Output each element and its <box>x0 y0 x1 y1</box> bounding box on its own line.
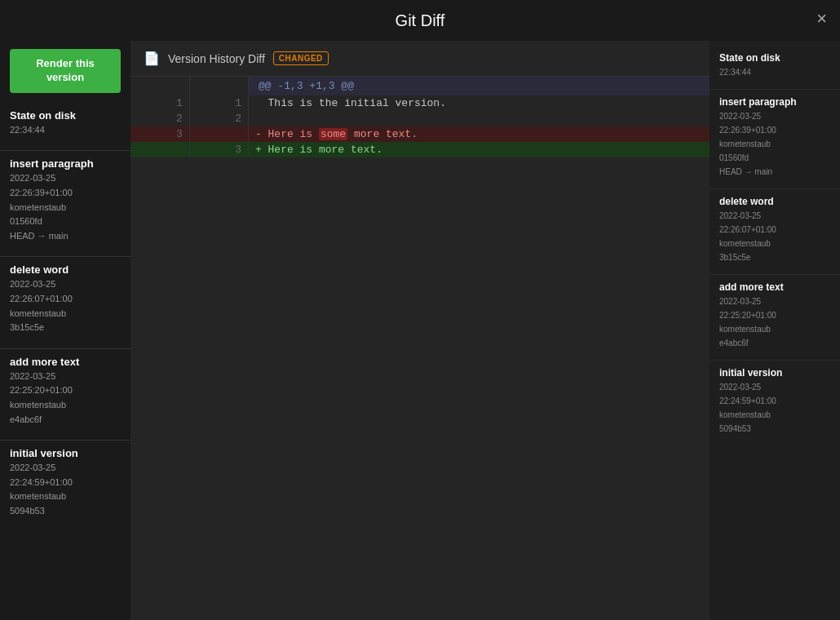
diff-new-num-1: 2 <box>189 111 248 126</box>
diff-old-num-0: 1 <box>130 95 189 111</box>
left-version-item-2[interactable]: add more text2022-03-2522:25:20+01:00kom… <box>0 352 130 436</box>
right-version-hash-1: 3b15c5e <box>719 250 830 264</box>
right-state-on-disk-section: State on disk 22:34:44 <box>710 47 840 87</box>
diff-file-icon: 📄 <box>144 51 160 66</box>
right-divider-2 <box>710 274 840 275</box>
header: Git Diff × <box>0 0 840 41</box>
render-version-button[interactable]: Render this version <box>10 49 121 93</box>
diff-new-num-0: 1 <box>189 95 248 111</box>
left-version-title-1: delete word <box>10 264 121 276</box>
hunk-linenum-right <box>189 77 248 95</box>
diff-highlight-2: some <box>319 128 347 140</box>
right-version-item-2[interactable]: add more text2022-03-2522:25:20+01:00kom… <box>710 277 840 358</box>
left-version-title-2: add more text <box>10 356 121 368</box>
right-version-branch-0: HEAD → main <box>719 165 830 179</box>
diff-content-1 <box>255 113 268 125</box>
hunk-linenum-left <box>130 77 189 95</box>
diff-line-content-3: + Here is more text. <box>248 142 710 157</box>
header-title: Git Diff <box>396 11 445 30</box>
diff-line-content-2: - Here is some more text. <box>248 126 710 142</box>
diff-body: @@ -1,3 +1,3 @@ 1 1 This is the initial … <box>130 77 710 620</box>
left-version-hash-3: 5094b53 <box>10 504 121 519</box>
left-version-time-3: 22:24:59+01:00 <box>10 476 121 490</box>
sidebar-divider-1 <box>0 150 130 151</box>
right-divider-3 <box>710 360 840 361</box>
right-version-item-0[interactable]: insert paragraph2022-03-2522:26:39+01:00… <box>710 91 840 187</box>
left-version-date-1: 2022-03-25 <box>10 277 121 292</box>
diff-line-content-1 <box>248 111 710 126</box>
left-version-item-1[interactable]: delete word2022-03-2522:26:07+01:00komet… <box>0 260 130 344</box>
left-version-author-2: kometenstaub <box>10 398 121 413</box>
left-version-item-3[interactable]: initial version2022-03-2522:24:59+01:00k… <box>0 444 130 528</box>
state-on-disk-section: State on disk 22:34:44 <box>0 106 130 148</box>
close-button[interactable]: × <box>816 10 827 28</box>
diff-line-content-0: This is the initial version. <box>248 95 710 111</box>
diff-old-num-3 <box>130 142 189 157</box>
left-version-title-3: initial version <box>10 447 121 459</box>
diff-panel-title: Version History Diff <box>168 52 265 65</box>
left-divider-2 <box>0 440 130 441</box>
right-version-title-0: insert paragraph <box>719 96 830 108</box>
diff-hunk-row: @@ -1,3 +1,3 @@ <box>130 77 710 95</box>
left-version-date-3: 2022-03-25 <box>10 461 121 476</box>
left-version-date-2: 2022-03-25 <box>10 370 121 384</box>
diff-new-num-3: 3 <box>189 142 248 157</box>
diff-row-3: 3 + Here is more text. <box>130 142 710 157</box>
right-version-date-3: 2022-03-25 <box>719 380 830 394</box>
left-version-author-1: kometenstaub <box>10 307 121 321</box>
right-divider-1 <box>710 188 840 189</box>
right-version-time-1: 22:26:07+01:00 <box>719 223 830 237</box>
diff-row-0: 1 1 This is the initial version. <box>130 95 710 111</box>
right-divider-0 <box>710 89 840 90</box>
diff-before-2: Here is <box>268 128 319 140</box>
right-version-hash-3: 5094b53 <box>719 422 830 436</box>
left-version-author-0: kometenstaub <box>10 201 121 215</box>
right-version-time-3: 22:24:59+01:00 <box>719 394 830 408</box>
diff-table: @@ -1,3 +1,3 @@ 1 1 This is the initial … <box>130 77 710 157</box>
left-version-item-0[interactable]: insert paragraph2022-03-2522:26:39+01:00… <box>0 154 130 253</box>
main-content: 📄 Version History Diff CHANGED @@ -1,3 +… <box>130 41 710 620</box>
right-version-author-0: kometenstaub <box>719 137 830 151</box>
left-version-time-0: 22:26:39+01:00 <box>10 186 121 201</box>
diff-row-2: 3 - Here is some more text. <box>130 126 710 142</box>
right-version-date-0: 2022-03-25 <box>719 109 830 123</box>
right-version-title-1: delete word <box>719 196 830 207</box>
right-version-title-3: initial version <box>719 367 830 379</box>
right-state-on-disk-time: 22:34:44 <box>719 65 830 79</box>
left-version-branch-0: HEAD → main <box>10 229 121 244</box>
left-sidebar: Render this version State on disk 22:34:… <box>0 41 130 620</box>
left-version-time-1: 22:26:07+01:00 <box>10 292 121 307</box>
left-version-time-2: 22:25:20+01:00 <box>10 383 121 398</box>
right-version-hash-0: 01560fd <box>719 151 830 165</box>
right-version-list: insert paragraph2022-03-2522:26:39+01:00… <box>710 91 840 444</box>
diff-content-3: Here is more text. <box>268 144 382 156</box>
diff-old-num-2: 3 <box>130 126 189 142</box>
diff-panel-header: 📄 Version History Diff CHANGED <box>130 41 710 77</box>
diff-row-1: 2 2 <box>130 111 710 126</box>
right-version-item-3[interactable]: initial version2022-03-2522:24:59+01:00k… <box>710 362 840 444</box>
right-sidebar: State on disk 22:34:44 insert paragraph2… <box>710 41 840 620</box>
diff-new-num-2 <box>189 126 248 142</box>
right-version-time-0: 22:26:39+01:00 <box>719 123 830 137</box>
right-state-on-disk-title: State on disk <box>719 52 830 64</box>
left-version-hash-0: 01560fd <box>10 215 121 229</box>
diff-prefix-2: - <box>255 128 268 140</box>
right-version-date-1: 2022-03-25 <box>719 209 830 223</box>
right-version-title-2: add more text <box>719 281 830 293</box>
left-divider-1 <box>0 348 130 349</box>
main-layout: Render this version State on disk 22:34:… <box>0 41 840 620</box>
right-version-time-2: 22:25:20+01:00 <box>719 308 830 322</box>
right-version-author-2: kometenstaub <box>719 322 830 336</box>
diff-old-num-1: 2 <box>130 111 189 126</box>
left-version-author-3: kometenstaub <box>10 489 121 504</box>
state-on-disk-title: State on disk <box>10 109 121 122</box>
right-version-author-1: kometenstaub <box>719 237 830 250</box>
left-divider-0 <box>0 256 130 257</box>
right-version-item-1[interactable]: delete word2022-03-2522:26:07+01:00komet… <box>710 191 840 272</box>
changed-badge: CHANGED <box>273 51 329 65</box>
left-version-list: insert paragraph2022-03-2522:26:39+01:00… <box>0 154 130 528</box>
right-version-date-2: 2022-03-25 <box>719 294 830 308</box>
diff-after-2: more text. <box>347 128 418 140</box>
right-version-author-3: kometenstaub <box>719 408 830 422</box>
left-version-hash-2: e4abc6f <box>10 413 121 427</box>
